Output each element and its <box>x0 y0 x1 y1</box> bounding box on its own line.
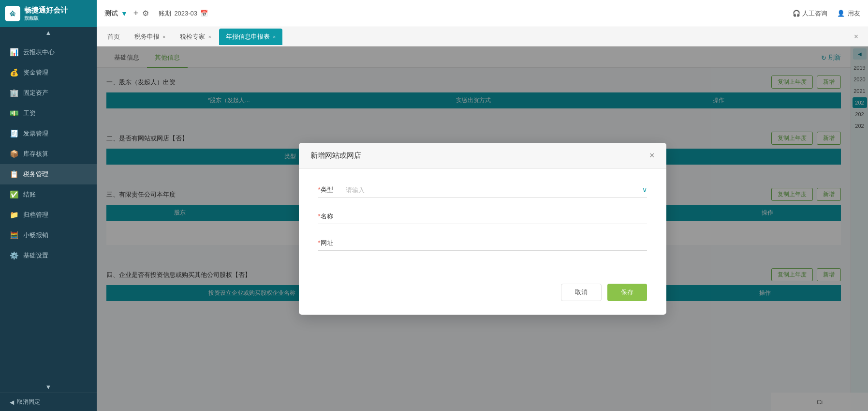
user-icon: 👤 <box>837 10 845 17</box>
sidebar-item-archive[interactable]: 📁 归档管理 <box>0 205 97 225</box>
settings-button[interactable]: ⚙ <box>142 9 149 18</box>
sidebar-item-inventory[interactable]: 📦 库存核算 <box>0 144 97 164</box>
period-value: 2023-03 <box>174 10 197 17</box>
user-menu[interactable]: 👤 用友 <box>837 9 860 18</box>
sidebar-item-label: 固定资产 <box>23 89 48 97</box>
fixed-assets-icon: 🏢 <box>10 89 18 97</box>
tab-annual-report-label: 年报信息申报表 <box>226 32 270 41</box>
topbar: 测试 ▼ + ⚙ 账期 2023-03 📅 🎧 人工咨询 👤 用友 <box>97 0 868 27</box>
type-dropdown-icon[interactable]: ∨ <box>642 186 647 194</box>
save-button[interactable]: 保存 <box>607 284 647 301</box>
tab-tax-report[interactable]: 税务申报 × <box>128 29 172 45</box>
sidebar-item-salary[interactable]: 💵 工资 <box>0 103 97 123</box>
tabbar: 首页 税务申报 × 税检专家 × 年报信息申报表 × × <box>97 27 868 46</box>
modal-footer: 取消 保存 <box>299 276 666 315</box>
sidebar-item-report[interactable]: 🧮 小畅报销 <box>0 225 97 245</box>
sidebar-item-tax[interactable]: 📋 税务管理 <box>0 164 97 184</box>
form-row-url: *网址 <box>318 236 647 251</box>
tab-tax-expert[interactable]: 税检专家 × <box>173 29 218 45</box>
company-dropdown-icon: ▼ <box>121 10 128 17</box>
type-label: *类型 <box>318 185 333 194</box>
name-input[interactable] <box>346 213 647 220</box>
sidebar-item-invoice[interactable]: 🧾 发票管理 <box>0 123 97 144</box>
period-label: 账期 <box>159 9 171 18</box>
sidebar-item-fixed-assets[interactable]: 🏢 固定资产 <box>0 83 97 103</box>
main-area: 测试 ▼ + ⚙ 账期 2023-03 📅 🎧 人工咨询 👤 用友 首页 <box>97 0 868 411</box>
sidebar-item-label: 税务管理 <box>23 170 48 179</box>
sidebar-scroll-down[interactable]: ▼ <box>0 381 97 393</box>
sidebar-item-settings[interactable]: ⚙️ 基础设置 <box>0 245 97 266</box>
checkout-icon: ✅ <box>10 190 18 199</box>
sidebar: 会 畅捷通好会计 旗舰版 ▲ 📊 云报表中心 💰 资金管理 🏢 固定资产 💵 工… <box>0 0 97 411</box>
url-label: *网址 <box>318 239 333 247</box>
topbar-period: 账期 2023-03 📅 <box>159 9 208 18</box>
modal-overlay: 新增网站或网店 × *类型 ∨ <box>97 46 868 411</box>
cancel-button[interactable]: 取消 <box>561 284 602 301</box>
sidebar-item-checkout[interactable]: ✅ 结账 <box>0 184 97 205</box>
app-logo: 会 畅捷通好会计 旗舰版 <box>0 0 97 27</box>
salary-icon: 💵 <box>10 109 18 118</box>
modal-title: 新增网站或网店 <box>310 151 361 160</box>
type-input[interactable] <box>346 186 637 194</box>
sidebar-item-label: 发票管理 <box>23 129 48 138</box>
modal-header: 新增网站或网店 × <box>299 143 666 169</box>
form-row-name: *名称 <box>318 209 647 224</box>
sidebar-unpin[interactable]: ◀ 取消固定 <box>0 393 97 411</box>
sidebar-item-label: 归档管理 <box>23 211 48 219</box>
unpin-icon: ◀ <box>10 399 14 406</box>
sidebar-item-fund[interactable]: 💰 资金管理 <box>0 62 97 83</box>
tab-annual-report-close[interactable]: × <box>273 34 276 40</box>
sidebar-item-label: 工资 <box>23 109 36 118</box>
sidebar-scroll-up[interactable]: ▲ <box>0 27 97 38</box>
form-field-url: *网址 <box>318 236 647 251</box>
modal-add-website: 新增网站或网店 × *类型 ∨ <box>299 143 666 315</box>
company-selector[interactable]: 测试 ▼ <box>104 9 128 18</box>
app-sub: 旗舰版 <box>24 15 68 22</box>
cloud-report-icon: 📊 <box>10 48 18 57</box>
headset-icon: 🎧 <box>793 10 800 17</box>
invoice-icon: 🧾 <box>10 129 18 138</box>
sidebar-item-label: 资金管理 <box>23 68 48 77</box>
support-label: 人工咨询 <box>802 9 827 18</box>
sidebar-item-label: 库存核算 <box>23 150 48 158</box>
app-name: 畅捷通好会计 <box>24 6 68 15</box>
fund-icon: 💰 <box>10 68 18 77</box>
archive-icon: 📁 <box>10 211 18 219</box>
topbar-right: 🎧 人工咨询 👤 用友 <box>793 9 860 18</box>
tab-tax-report-close[interactable]: × <box>162 34 165 40</box>
support-button[interactable]: 🎧 人工咨询 <box>793 9 827 18</box>
unpin-label: 取消固定 <box>17 398 40 406</box>
sidebar-item-cloud-report[interactable]: 📊 云报表中心 <box>0 42 97 62</box>
tab-tax-expert-label: 税检专家 <box>180 32 205 41</box>
logo-icon: 会 <box>5 6 20 21</box>
inventory-icon: 📦 <box>10 150 18 158</box>
modal-close-button[interactable]: × <box>649 151 655 161</box>
topbar-actions: + ⚙ <box>133 8 149 18</box>
tab-home[interactable]: 首页 <box>101 29 127 45</box>
add-button[interactable]: + <box>133 8 139 18</box>
tab-tax-expert-close[interactable]: × <box>208 34 211 40</box>
form-row-type: *类型 ∨ <box>318 183 647 198</box>
modal-body: *类型 ∨ *名称 <box>299 169 666 276</box>
company-name: 测试 <box>104 9 118 18</box>
form-field-name: *名称 <box>318 209 647 224</box>
sidebar-nav: 📊 云报表中心 💰 资金管理 🏢 固定资产 💵 工资 🧾 发票管理 📦 库存核算… <box>0 38 97 381</box>
tab-tax-report-label: 税务申报 <box>134 32 160 41</box>
tab-annual-report[interactable]: 年报信息申报表 × <box>219 29 282 45</box>
tab-close-all[interactable]: × <box>848 32 864 41</box>
sidebar-item-label: 云报表中心 <box>23 48 55 57</box>
calendar-icon[interactable]: 📅 <box>200 10 208 17</box>
tab-home-label: 首页 <box>107 32 120 41</box>
name-label: *名称 <box>318 212 333 221</box>
form-field-type: *类型 ∨ <box>318 183 647 198</box>
tax-icon: 📋 <box>10 170 18 179</box>
user-name: 用友 <box>848 9 860 18</box>
sidebar-item-label: 小畅报销 <box>23 231 48 240</box>
url-input[interactable] <box>346 240 647 247</box>
report-icon: 🧮 <box>10 231 18 240</box>
sidebar-item-label: 结账 <box>23 190 36 199</box>
sidebar-item-label: 基础设置 <box>23 251 48 260</box>
content-area: 基础信息 其他信息 ↻ 刷新 一、股东（发起人）出资 复制上年度 新增 <box>97 46 868 411</box>
settings-icon: ⚙️ <box>10 251 18 260</box>
